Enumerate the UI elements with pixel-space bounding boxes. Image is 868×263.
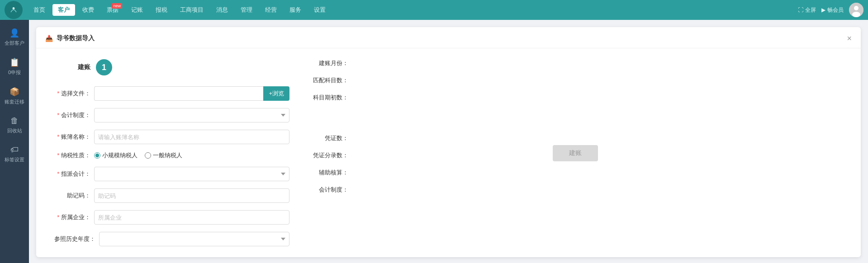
accounting-system-label: 会计制度： bbox=[308, 186, 348, 194]
main-layout: 👤 全部客户 📋 0申报 📦 账套迁移 🗑 回收站 🏷 标签设置 📥 导爷 bbox=[0, 20, 868, 263]
sidebar-item-all-customers[interactable]: 👤 全部客户 bbox=[0, 24, 29, 50]
ledger-name-input[interactable] bbox=[94, 130, 289, 144]
voucher-count-label: 凭证数： bbox=[308, 134, 348, 142]
memo-code-label: 助记码： bbox=[54, 192, 90, 200]
assign-accountant-label: 指派会计： bbox=[54, 170, 90, 178]
fullscreen-button[interactable]: ⛶ 全屏 bbox=[798, 6, 816, 14]
accounting-standard-row: 会计制度： bbox=[54, 108, 289, 122]
nav-item-settings[interactable]: 设置 bbox=[308, 4, 331, 16]
aux-accounting-row: 辅助核算： bbox=[308, 169, 843, 177]
tax-type-label: 纳税性质： bbox=[54, 151, 90, 160]
svg-point-4 bbox=[852, 12, 860, 17]
voucher-entry-row: 凭证分录数： bbox=[308, 151, 843, 160]
sidebar-item-account-migration[interactable]: 📦 账套迁移 bbox=[0, 83, 29, 109]
tax-radio-group: 小规模纳税人 一般纳税人 bbox=[94, 151, 182, 160]
assign-accountant-select[interactable] bbox=[94, 167, 289, 181]
history-year-row: 参照历史年度： bbox=[54, 232, 289, 246]
company-label: 所属企业： bbox=[54, 213, 90, 221]
nav-item-home[interactable]: 首页 bbox=[28, 4, 51, 16]
nav-item-tax[interactable]: 报税 bbox=[150, 4, 173, 16]
subject-initial-row: 科目期初数： bbox=[308, 94, 843, 102]
build-month-row: 建账月份： bbox=[308, 59, 843, 67]
step-indicator: 建账 1 bbox=[54, 59, 289, 75]
history-year-label: 参照历史年度： bbox=[54, 235, 95, 243]
file-select-row: 选择文件： +浏览 bbox=[54, 86, 289, 101]
svg-point-3 bbox=[854, 6, 859, 10]
sidebar-item-tag-settings[interactable]: 🏷 标签设置 bbox=[0, 141, 29, 167]
company-row: 所属企业： bbox=[54, 210, 289, 225]
import-icon: 📥 bbox=[45, 35, 53, 42]
user-avatar[interactable] bbox=[849, 3, 863, 17]
sidebar-item-declaration[interactable]: 📋 0申报 bbox=[0, 54, 29, 80]
match-subject-row: 匹配科目数： bbox=[308, 76, 843, 85]
accounting-standard-select[interactable] bbox=[94, 108, 289, 122]
modal-title: 📥 导爷数据导入 bbox=[45, 34, 95, 42]
accounting-standard-label: 会计制度： bbox=[54, 111, 90, 119]
voucher-count-row: 凭证数： bbox=[308, 134, 843, 142]
tax-option-small[interactable]: 小规模纳税人 bbox=[94, 151, 138, 160]
fullscreen-icon: ⛶ bbox=[798, 7, 803, 13]
nav-menu: 首页 客户 收费 票据 new 记账 报税 工商项目 消息 管理 经营 服务 设… bbox=[28, 4, 798, 16]
ledger-name-row: 账簿名称： bbox=[54, 130, 289, 144]
nav-item-service[interactable]: 服务 bbox=[284, 4, 307, 16]
file-input-group: +浏览 bbox=[94, 86, 289, 101]
import-modal: 📥 导爷数据导入 × 建账 1 选择文件： bbox=[36, 27, 861, 257]
modal-header: 📥 导爷数据导入 × bbox=[36, 27, 861, 48]
member-icon: ▶ bbox=[821, 7, 825, 13]
step-label: 建账 bbox=[54, 63, 90, 71]
nav-item-customer[interactable]: 客户 bbox=[52, 4, 75, 16]
memo-code-input[interactable] bbox=[94, 188, 289, 203]
declaration-icon: 📋 bbox=[9, 57, 19, 67]
nav-item-business[interactable]: 工商项目 bbox=[175, 4, 209, 16]
aux-accounting-label: 辅助核算： bbox=[308, 169, 348, 177]
sidebar-item-recycle[interactable]: 🗑 回收站 bbox=[0, 113, 29, 138]
nav-item-operation[interactable]: 经营 bbox=[260, 4, 282, 16]
form-left: 建账 1 选择文件： +浏览 会计制度： bbox=[54, 59, 289, 246]
accounting-system-row: 会计制度： bbox=[308, 186, 843, 194]
file-label: 选择文件： bbox=[54, 89, 90, 98]
form-body: 建账 1 选择文件： +浏览 会计制度： bbox=[36, 48, 861, 257]
trash-icon: 🗑 bbox=[10, 116, 19, 126]
subject-initial-label: 科目期初数： bbox=[308, 94, 348, 102]
browse-button[interactable]: +浏览 bbox=[263, 86, 289, 101]
nav-item-ledger[interactable]: 记账 bbox=[126, 4, 148, 16]
ledger-name-label: 账簿名称： bbox=[54, 133, 90, 141]
member-button[interactable]: ▶ 畅会员 bbox=[821, 6, 844, 14]
memo-code-row: 助记码： bbox=[54, 188, 289, 203]
migration-icon: 📦 bbox=[9, 87, 19, 97]
close-button[interactable]: × bbox=[847, 34, 852, 42]
step-circle: 1 bbox=[96, 59, 112, 75]
svg-point-1 bbox=[13, 7, 15, 9]
main-content: 📥 导爷数据导入 × 建账 1 选择文件： bbox=[29, 20, 868, 263]
nav-right-area: ⛶ 全屏 ▶ 畅会员 bbox=[798, 3, 863, 17]
new-badge: new bbox=[112, 3, 122, 9]
nav-item-invoice[interactable]: 票据 new bbox=[101, 4, 124, 16]
nav-item-message[interactable]: 消息 bbox=[211, 4, 233, 16]
file-text-input[interactable] bbox=[94, 86, 263, 101]
app-logo bbox=[5, 1, 23, 19]
nav-item-manage[interactable]: 管理 bbox=[235, 4, 258, 16]
assign-accountant-row: 指派会计： bbox=[54, 167, 289, 181]
voucher-entry-label: 凭证分录数： bbox=[308, 151, 348, 160]
company-input[interactable] bbox=[94, 210, 289, 225]
right-info-section: 建账月份： 匹配科目数： 科目期初数： bbox=[308, 59, 843, 102]
sidebar: 👤 全部客户 📋 0申报 📦 账套迁移 🗑 回收站 🏷 标签设置 bbox=[0, 20, 29, 263]
match-subject-label: 匹配科目数： bbox=[308, 76, 348, 85]
tag-icon: 🏷 bbox=[10, 145, 19, 155]
right-info-section-2: 凭证数： 凭证分录数： 辅助核算： 会计制度： bbox=[308, 134, 843, 194]
person-icon: 👤 bbox=[9, 28, 19, 38]
top-navigation: 首页 客户 收费 票据 new 记账 报税 工商项目 消息 管理 经营 服务 设… bbox=[0, 0, 868, 20]
tax-type-row: 纳税性质： 小规模纳税人 一般纳税人 bbox=[54, 151, 289, 160]
nav-item-billing[interactable]: 收费 bbox=[77, 4, 100, 16]
history-year-select[interactable] bbox=[99, 232, 289, 246]
tax-option-general[interactable]: 一般纳税人 bbox=[145, 151, 182, 160]
build-month-label: 建账月份： bbox=[308, 59, 348, 67]
form-right: 建账月份： 匹配科目数： 科目期初数： 建账 bbox=[308, 59, 843, 246]
